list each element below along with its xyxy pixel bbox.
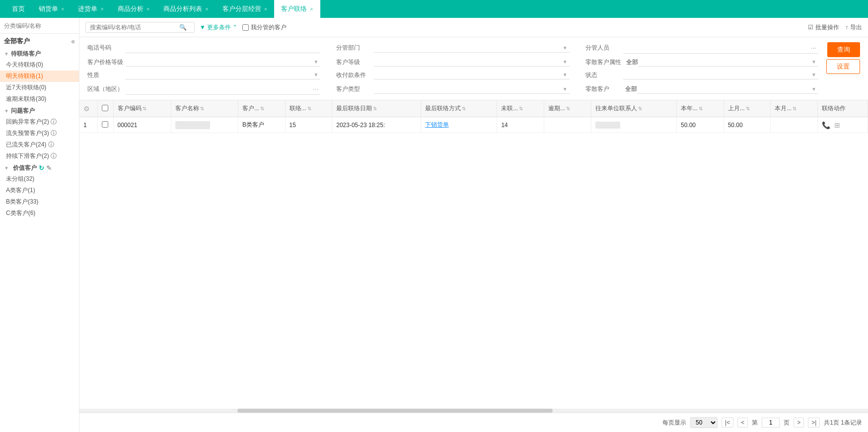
sidebar: 🔍 全部客户 « 待联络客户 今天待联络(0) 明天待联络(1) 近7天待联络(… xyxy=(0,18,79,432)
my-customers-checkbox[interactable] xyxy=(242,24,249,31)
sidebar-group-value: 价值客户 ↻ ✎ xyxy=(0,162,79,173)
filter-select-price-level[interactable]: ▼ xyxy=(126,58,320,67)
search-icon[interactable]: 🔍 xyxy=(179,24,187,31)
total-records-label: 共1页 1条记录 xyxy=(824,419,862,427)
col-this-year: 本年...⇅ xyxy=(677,100,724,117)
sidebar-item-churned[interactable]: 已流失客户(24) ⓘ xyxy=(0,139,79,150)
col-this-month: 本月...⇅ xyxy=(771,100,818,117)
ellipsis-icon[interactable]: ··· xyxy=(810,44,816,52)
sidebar-item-class-c[interactable]: C类客户(6) xyxy=(0,208,79,219)
grid-icon[interactable]: ⊞ xyxy=(834,121,840,129)
sidebar-item-ungrouped[interactable]: 未分组(32) xyxy=(0,173,79,185)
filter-cell-dept: 分管部门 ▼ xyxy=(336,44,569,53)
filter-select-nature[interactable]: ▼ xyxy=(125,71,320,79)
per-page-select[interactable]: 50 100 200 xyxy=(690,417,718,428)
sort-icon: ⇅ xyxy=(143,106,146,111)
action-icons-wrap: 📞 ⊞ xyxy=(822,121,864,129)
nav-customer-contact[interactable]: 客户联络 × xyxy=(274,0,320,18)
col-gear: ⚙ xyxy=(79,100,97,117)
filter-select-retail-attr[interactable]: ▼ xyxy=(638,58,818,67)
filter-cell-status: 状态 ▼ xyxy=(585,71,818,79)
nav-sales-order[interactable]: 销货单 × xyxy=(32,0,71,18)
sidebar-item-7day-pending[interactable]: 近7天待联络(0) xyxy=(0,82,79,93)
close-icon[interactable]: × xyxy=(264,6,267,12)
col-last-month: 上月...⇅ xyxy=(723,100,771,117)
nav-product-analysis-list[interactable]: 商品分析列表 × xyxy=(156,0,215,18)
last-page-button[interactable]: >| xyxy=(808,418,820,428)
batch-ops-button[interactable]: ☑ 批量操作 xyxy=(808,23,839,32)
filter-select-region[interactable]: ··· xyxy=(126,83,320,95)
close-icon[interactable]: × xyxy=(100,6,103,12)
gear-icon[interactable]: ⚙ xyxy=(83,105,90,113)
filter-select-customer-type[interactable]: ▼ xyxy=(374,85,569,94)
sidebar-item-tomorrow-pending[interactable]: 明天待联络(1) xyxy=(0,71,79,82)
sidebar-item-churn-warning[interactable]: 流失预警客户(3) ⓘ xyxy=(0,128,79,139)
scrollbar-thumb[interactable] xyxy=(237,409,553,413)
page-number-input[interactable] xyxy=(762,418,780,428)
search-input[interactable] xyxy=(90,24,179,31)
close-icon[interactable]: × xyxy=(205,6,208,12)
sidebar-item-today-pending[interactable]: 今天待联络(0) xyxy=(0,59,79,71)
sidebar-item-class-b[interactable]: B类客户(33) xyxy=(0,196,79,208)
chevron-down-icon: ▼ xyxy=(811,59,816,65)
cell-index: 1 xyxy=(79,117,97,133)
customer-name-masked xyxy=(175,121,210,129)
next-page-button[interactable]: > xyxy=(794,418,804,428)
sidebar-item-class-a[interactable]: A类客户(1) xyxy=(0,185,79,196)
filter-cell-nature: 性质 ▼ xyxy=(87,71,320,79)
filter-select-payment[interactable]: ▼ xyxy=(374,71,569,79)
filter-icon: ▼ xyxy=(200,24,206,31)
filter-select-status[interactable]: ▼ xyxy=(623,71,818,79)
row-checkbox[interactable] xyxy=(102,121,108,128)
chevron-down-icon: ▼ xyxy=(313,72,318,77)
set-button[interactable]: 设置 xyxy=(826,59,860,74)
nav-purchase-order[interactable]: 进货单 × xyxy=(71,0,110,18)
edit-icon[interactable]: ✎ xyxy=(46,164,52,172)
ellipsis-icon[interactable]: ··· xyxy=(313,85,319,93)
cell-last-contact-method: 下销货单 xyxy=(421,117,497,133)
chevron-down-icon: ▼ xyxy=(563,72,568,77)
contact-person-masked xyxy=(595,122,620,129)
nav-customer-segmentation[interactable]: 客户分层经营 × xyxy=(216,0,274,18)
more-filter-button[interactable]: ▼ 更多条件 ⌃ xyxy=(200,23,237,32)
filter-select-retail-customer[interactable]: ▼ xyxy=(637,85,818,94)
refresh-icon[interactable]: ↻ xyxy=(39,164,44,172)
filter-label-retail-attr: 零散客户属性 xyxy=(585,58,621,67)
first-page-button[interactable]: |< xyxy=(722,418,733,428)
sidebar-search-input[interactable] xyxy=(4,22,78,29)
col-uncontacted: 未联...⇅ xyxy=(497,100,544,117)
sort-icon: ⇅ xyxy=(373,106,377,111)
filter-panel: 电话号码 分管部门 ▼ 分管人员 xyxy=(79,37,868,100)
filter-select-customer-level[interactable]: ▼ xyxy=(374,58,569,67)
close-icon[interactable]: × xyxy=(61,6,64,12)
phone-icon[interactable]: 📞 xyxy=(822,121,830,129)
data-table-area: ⚙ 客户编码⇅ 客户名称⇅ 客户...⇅ 联络...⇅ 最后联络日期⇅ 最后联络… xyxy=(79,100,868,409)
sidebar-item-declining[interactable]: 持续下滑客户(2) ⓘ xyxy=(0,150,79,162)
filter-cell-price-level: 客户价格等级 ▼ xyxy=(87,58,320,67)
my-customers-checkbox-label[interactable]: 我分管的客户 xyxy=(242,23,287,32)
collapse-icon[interactable]: « xyxy=(71,37,75,45)
filter-cell-phone: 电话号码 xyxy=(87,43,320,53)
filter-cell-retail-customer: 零散客户 全部 ▼ xyxy=(585,85,818,94)
filter-label-nature: 性质 xyxy=(87,71,122,79)
export-button[interactable]: ↑ 导出 xyxy=(845,23,862,32)
cell-last-contact-date: 2023-05-23 18:25: xyxy=(332,117,421,133)
filter-cell-payment: 收付款条件 ▼ xyxy=(336,71,569,79)
col-actions: 联络动作 xyxy=(818,100,868,117)
filter-cell-retail-attr: 零散客户属性 全部 ▼ xyxy=(585,58,818,67)
horizontal-scrollbar[interactable] xyxy=(79,409,868,413)
sidebar-item-repurchase-abnormal[interactable]: 回购异常客户(2) ⓘ xyxy=(0,116,79,128)
prev-page-button[interactable]: < xyxy=(737,418,748,428)
close-icon[interactable]: × xyxy=(310,6,313,12)
nav-home[interactable]: 首页 xyxy=(5,0,32,18)
nav-product-analysis[interactable]: 商品分析 × xyxy=(111,0,156,18)
sidebar-item-overdue-pending[interactable]: 逾期未联络(30) xyxy=(0,93,79,105)
select-all-checkbox[interactable] xyxy=(102,105,108,111)
filter-select-manager[interactable]: ··· xyxy=(623,42,818,54)
close-icon[interactable]: × xyxy=(146,6,149,12)
filter-select-dept[interactable]: ▼ xyxy=(374,44,569,53)
cell-contact-person xyxy=(591,117,676,133)
query-button[interactable]: 查询 xyxy=(827,42,860,57)
filter-input-phone[interactable] xyxy=(125,43,320,53)
contact-method-link[interactable]: 下销货单 xyxy=(425,121,449,128)
